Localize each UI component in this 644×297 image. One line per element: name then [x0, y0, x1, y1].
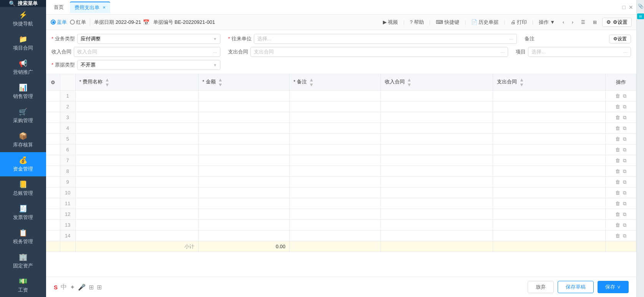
- copy-icon-4[interactable]: ⧉: [623, 125, 626, 131]
- cell-note-6[interactable]: [290, 144, 381, 155]
- cell-expense-contract-14[interactable]: [493, 231, 606, 241]
- cell-amount-6[interactable]: [198, 144, 289, 155]
- cell-note-4[interactable]: [290, 123, 381, 134]
- cell-expense-name-12[interactable]: [75, 209, 198, 220]
- cell-amount-1[interactable]: [198, 91, 289, 101]
- calendar-icon[interactable]: 📅: [143, 19, 149, 25]
- invoice-type-select[interactable]: 不开票 ▼: [77, 60, 220, 70]
- cell-note-14[interactable]: [290, 231, 381, 241]
- delete-icon-1[interactable]: 🗑: [615, 93, 620, 99]
- cell-expense-contract-1[interactable]: [493, 91, 606, 101]
- cell-income-contract-8[interactable]: [381, 166, 493, 177]
- delete-icon-8[interactable]: 🗑: [615, 168, 620, 174]
- copy-icon-9[interactable]: ⧉: [623, 179, 626, 185]
- sidebar-item-invoice[interactable]: 🧾 发票管理: [0, 201, 46, 225]
- sidebar-item-payroll[interactable]: 💵 工资: [0, 273, 46, 297]
- cell-amount-12[interactable]: [198, 209, 289, 220]
- copy-icon-6[interactable]: ⧉: [623, 147, 626, 153]
- sidebar-item-fixed-assets[interactable]: 🏢 固定资产: [0, 249, 46, 273]
- action-help[interactable]: ? 帮助: [407, 18, 426, 27]
- sidebar-item-inventory[interactable]: 📦 库存核算: [0, 128, 46, 152]
- cell-amount-4[interactable]: [198, 123, 289, 134]
- cell-amount-8[interactable]: [198, 166, 289, 177]
- copy-icon-5[interactable]: ⧉: [623, 136, 626, 142]
- cell-expense-name-8[interactable]: [75, 166, 198, 177]
- cell-income-contract-12[interactable]: [381, 209, 493, 220]
- form-settings-button[interactable]: ⚙设置: [609, 35, 631, 43]
- footer-icon-5[interactable]: ⊞: [97, 284, 102, 291]
- copy-icon-7[interactable]: ⧉: [623, 158, 626, 163]
- cell-note-3[interactable]: [290, 112, 381, 123]
- cell-expense-name-5[interactable]: [75, 134, 198, 144]
- cell-expense-contract-3[interactable]: [493, 112, 606, 123]
- cell-amount-14[interactable]: [198, 231, 289, 241]
- th-expense-contract[interactable]: 支出合同 ▲▼: [493, 74, 606, 91]
- settings-button[interactable]: ⚙ ⚙设置: [602, 18, 632, 27]
- copy-icon-12[interactable]: ⧉: [623, 211, 626, 217]
- notes-input[interactable]: [537, 36, 601, 42]
- copy-icon-2[interactable]: ⧉: [623, 104, 626, 110]
- cell-income-contract-2[interactable]: [381, 101, 493, 112]
- action-more[interactable]: 操作 ▼: [536, 18, 557, 27]
- tab-home[interactable]: 首页: [49, 2, 68, 13]
- cell-expense-name-9[interactable]: [75, 177, 198, 187]
- delete-icon-4[interactable]: 🗑: [615, 125, 620, 131]
- sidebar-item-accounting[interactable]: 📒 总账管理: [0, 176, 46, 201]
- footer-icon-3[interactable]: 🎤: [78, 284, 86, 291]
- cell-expense-name-7[interactable]: [75, 155, 198, 166]
- cell-expense-contract-2[interactable]: [493, 101, 606, 112]
- tab-close-icon[interactable]: ✕: [103, 5, 106, 10]
- cell-expense-contract-4[interactable]: [493, 123, 606, 134]
- cell-note-12[interactable]: [290, 209, 381, 220]
- business-type-select[interactable]: 应付调整 ▼: [77, 34, 220, 44]
- action-video[interactable]: ▶ 视频: [381, 18, 400, 27]
- tab-expense-sheet[interactable]: 费用支出单 ✕: [70, 2, 110, 13]
- right-panel-btn-2[interactable]: ≡: [637, 13, 644, 19]
- footer-icon-1[interactable]: 中: [61, 283, 67, 291]
- cell-amount-3[interactable]: [198, 112, 289, 123]
- view-list[interactable]: ☰: [579, 19, 588, 26]
- delete-icon-7[interactable]: 🗑: [615, 158, 620, 163]
- action-shortcut[interactable]: ⌨ 快捷键: [434, 18, 462, 27]
- cell-note-11[interactable]: [290, 198, 381, 209]
- delete-icon-2[interactable]: 🗑: [615, 104, 620, 110]
- copy-icon-8[interactable]: ⧉: [623, 168, 626, 174]
- delete-icon-6[interactable]: 🗑: [615, 147, 620, 153]
- cell-expense-name-6[interactable]: [75, 144, 198, 155]
- footer-icon-2[interactable]: ✦: [70, 284, 75, 291]
- expense-contract-input[interactable]: 支出合同 ···: [250, 47, 508, 57]
- delete-icon-3[interactable]: 🗑: [615, 114, 620, 120]
- cell-amount-9[interactable]: [198, 177, 289, 187]
- sidebar-item-quick-nav[interactable]: ⚡ 快捷导航: [0, 7, 46, 31]
- action-history[interactable]: 📄 历史单据: [469, 18, 501, 27]
- nav-next[interactable]: ›: [570, 19, 576, 26]
- cell-note-10[interactable]: [290, 187, 381, 198]
- cell-expense-name-1[interactable]: [75, 91, 198, 101]
- window-maximize[interactable]: □: [622, 4, 626, 10]
- action-print[interactable]: 🖨 打印: [508, 18, 529, 27]
- copy-icon-14[interactable]: ⧉: [623, 233, 626, 239]
- cell-expense-contract-5[interactable]: [493, 134, 606, 144]
- th-expense-name[interactable]: * 费用名称 ▲▼: [75, 74, 198, 91]
- cell-note-7[interactable]: [290, 155, 381, 166]
- cell-income-contract-6[interactable]: [381, 144, 493, 155]
- cell-amount-13[interactable]: [198, 220, 289, 231]
- save-button[interactable]: 保存 ∨: [598, 281, 629, 293]
- th-note[interactable]: * 备注 ▲▼: [290, 74, 381, 91]
- copy-icon-3[interactable]: ⧉: [623, 114, 626, 120]
- project-input[interactable]: 选择... ···: [528, 47, 631, 57]
- cell-income-contract-9[interactable]: [381, 177, 493, 187]
- delete-icon-11[interactable]: 🗑: [615, 201, 620, 206]
- delete-icon-9[interactable]: 🗑: [615, 179, 620, 185]
- cell-income-contract-10[interactable]: [381, 187, 493, 198]
- cell-note-9[interactable]: [290, 177, 381, 187]
- cell-income-contract-7[interactable]: [381, 155, 493, 166]
- cell-income-contract-1[interactable]: [381, 91, 493, 101]
- th-settings[interactable]: ⚙: [46, 74, 60, 91]
- cell-expense-contract-6[interactable]: [493, 144, 606, 155]
- cell-amount-10[interactable]: [198, 187, 289, 198]
- cell-expense-contract-10[interactable]: [493, 187, 606, 198]
- copy-icon-13[interactable]: ⧉: [623, 222, 626, 228]
- cell-amount-7[interactable]: [198, 155, 289, 166]
- cell-note-13[interactable]: [290, 220, 381, 231]
